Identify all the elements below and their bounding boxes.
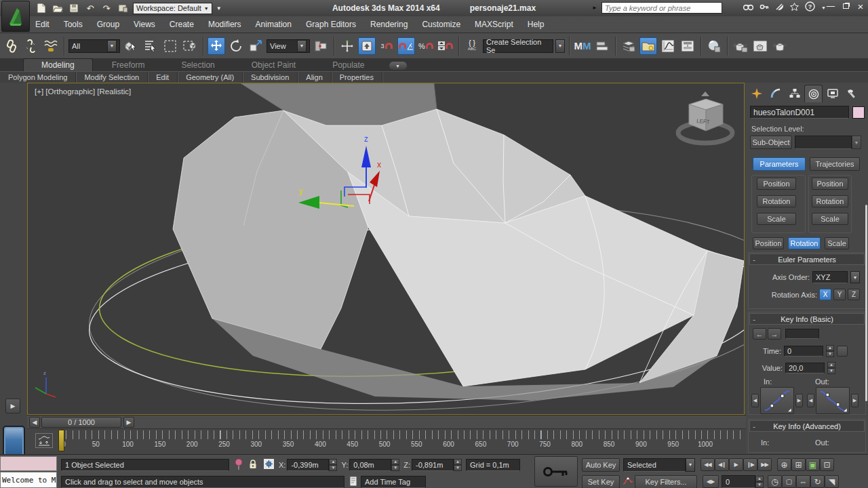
y-coordinate-field[interactable]: 0,08m (349, 459, 391, 471)
x-spinner[interactable]: ▲▼ (329, 459, 337, 471)
select-by-name-icon[interactable] (142, 37, 159, 55)
angle-snap-toggle-icon[interactable] (397, 37, 415, 55)
tab-modify[interactable] (766, 85, 785, 102)
set-keys-button[interactable] (534, 456, 578, 487)
rendered-frame-window-icon[interactable] (751, 37, 769, 55)
zoom-region-icon[interactable]: ▢ (782, 475, 796, 488)
trackbar-ruler[interactable]: 0501001502002503003504004505005506006507… (60, 429, 743, 455)
ribbon-group-edit[interactable]: Edit (148, 72, 178, 83)
select-and-manipulate-icon[interactable] (338, 37, 356, 55)
ribbon-tab-object-paint[interactable]: Object Paint (234, 59, 313, 71)
viewport-label[interactable]: [+] [Orthographic] [Realistic] (35, 87, 131, 96)
redo-icon[interactable]: ↷ (100, 2, 113, 14)
object-name-field[interactable]: huesoTalonD001 (750, 106, 849, 119)
app-logo-icon[interactable] (1, 1, 30, 32)
key-filters-button[interactable]: Key Filters... (635, 475, 697, 488)
x-coordinate-field[interactable]: -0,399m (287, 459, 329, 471)
selection-lock-icon[interactable] (248, 459, 258, 471)
minimize-button[interactable]: — (826, 1, 835, 11)
ribbon-tab-populate[interactable]: Populate (315, 59, 382, 71)
help-flyout-icon[interactable]: ▼ (821, 5, 826, 10)
ribbon-group-modify-selection[interactable]: Modify Selection (76, 72, 148, 83)
mirror-icon[interactable]: M M (574, 37, 591, 55)
pan-hand-icon[interactable]: ⇔ (796, 475, 810, 488)
track-bar[interactable]: 0501001502002503003504004505005506006507… (27, 428, 746, 454)
curve-editor-icon[interactable] (659, 37, 677, 55)
select-and-rotate-icon[interactable] (227, 37, 245, 55)
rotation-axis-y-button[interactable]: Y (833, 289, 846, 300)
sub-object-button[interactable]: Sub-Object (750, 136, 792, 149)
tab-create[interactable] (747, 85, 766, 102)
ribbon-group-subdivision[interactable]: Subdivision (243, 72, 298, 83)
layout-bar-expand-button[interactable]: ▶ (5, 399, 20, 413)
ribbon-group-polygon-modeling[interactable]: Polygon Modeling (0, 72, 76, 83)
z-spinner[interactable]: ▲▼ (454, 459, 462, 471)
out-tangent-button[interactable] (816, 387, 850, 414)
search-expand-icon[interactable]: ► (592, 5, 597, 11)
delete-key-scale-button[interactable]: Scale (812, 213, 848, 225)
ribbon-toggle-icon[interactable] (639, 37, 657, 55)
spinner-snap-toggle-icon[interactable] (437, 37, 454, 55)
z-coordinate-field[interactable]: -0,891m (412, 459, 454, 471)
key-number-field[interactable] (785, 329, 819, 339)
render-setup-icon[interactable] (732, 37, 749, 55)
save-file-icon[interactable] (68, 2, 80, 14)
euler-parameters-header[interactable]: - Euler Parameters (749, 253, 865, 265)
create-key-position-button[interactable]: Position (757, 178, 796, 190)
next-frame-button[interactable]: ▶ (123, 417, 134, 428)
orbit-icon[interactable]: ↻ (810, 475, 825, 488)
go-to-end-button[interactable]: ▶▶ (757, 458, 772, 471)
communication-center-icon[interactable] (775, 3, 784, 13)
menu-rendering[interactable]: Rendering (370, 20, 408, 29)
named-selection-set-combo[interactable]: Create Selection Se (483, 39, 553, 53)
favorites-star-icon[interactable] (790, 3, 799, 13)
add-time-tag-field[interactable]: Add Time Tag (361, 476, 426, 488)
mini-curve-editor-icon[interactable] (35, 433, 53, 448)
current-frame-field[interactable]: 0 (722, 475, 755, 488)
previous-frame-playback-button[interactable]: ◀❙ (715, 458, 729, 471)
snap-toggle-3d-icon[interactable]: 3 (378, 37, 395, 55)
bind-to-spacewarp-icon[interactable] (42, 37, 60, 55)
out-tangent-copy-left-button[interactable]: ◀ (807, 394, 814, 407)
ribbon-tab-selection[interactable]: Selection (163, 59, 232, 71)
tab-utilities[interactable] (842, 85, 861, 102)
ribbon-group-properties[interactable]: Properties (332, 72, 382, 83)
controller-position-button[interactable]: Position (753, 237, 784, 249)
time-field[interactable]: 0 (784, 346, 823, 357)
window-crossing-toggle-icon[interactable] (181, 37, 199, 55)
value-field[interactable]: 20,0 (785, 363, 825, 373)
create-key-scale-button[interactable]: Scale (757, 213, 796, 225)
zoom-all-icon[interactable]: ⊞ (791, 458, 806, 471)
delete-key-rotation-button[interactable]: Rotation (812, 195, 848, 207)
key-mode-dropdown[interactable]: Selected (623, 458, 686, 472)
search-input[interactable] (601, 2, 722, 14)
help-icon[interactable]: ? (805, 1, 815, 14)
axis-order-value[interactable]: XYZ (812, 271, 848, 283)
zoom-extents-icon[interactable]: ▣ (806, 458, 820, 471)
rectangular-selection-region-icon[interactable] (161, 37, 179, 55)
in-tangent-button[interactable] (760, 387, 794, 414)
keyboard-shortcut-override-icon[interactable] (358, 37, 376, 55)
absolute-offset-mode-icon[interactable] (263, 458, 275, 471)
material-editor-icon[interactable] (705, 37, 723, 55)
auto-key-button[interactable]: Auto Key (582, 458, 620, 472)
next-key-button[interactable]: → (768, 328, 781, 340)
select-and-link-icon[interactable] (3, 37, 20, 55)
ribbon-tab-freeform[interactable]: Freeform (94, 59, 163, 71)
current-frame-marker[interactable] (58, 430, 64, 451)
key-mode-toggle-icon[interactable]: ◀▶ (703, 475, 719, 488)
restore-button[interactable] (841, 1, 850, 11)
y-spinner[interactable]: ▲▼ (391, 459, 399, 471)
menu-graph-editors[interactable]: Graph Editors (306, 20, 356, 29)
layer-manager-icon[interactable] (620, 37, 637, 55)
out-tangent-copy-right-button[interactable]: ▶ (851, 394, 859, 407)
search-binoculars-icon[interactable] (743, 3, 753, 13)
menu-customize[interactable]: Customize (422, 20, 460, 29)
maximize-viewport-toggle-icon[interactable]: ◥ (825, 475, 839, 488)
tab-hierarchy[interactable] (785, 85, 804, 102)
key-info-basic-header[interactable]: - Key Info (Basic) (749, 313, 865, 325)
schematic-view-icon[interactable] (679, 37, 696, 55)
ribbon-tab-modeling[interactable]: Modeling (23, 58, 93, 71)
selection-filter-dropdown[interactable]: All ▼ (68, 39, 120, 53)
menu-help[interactable]: Help (528, 20, 545, 29)
